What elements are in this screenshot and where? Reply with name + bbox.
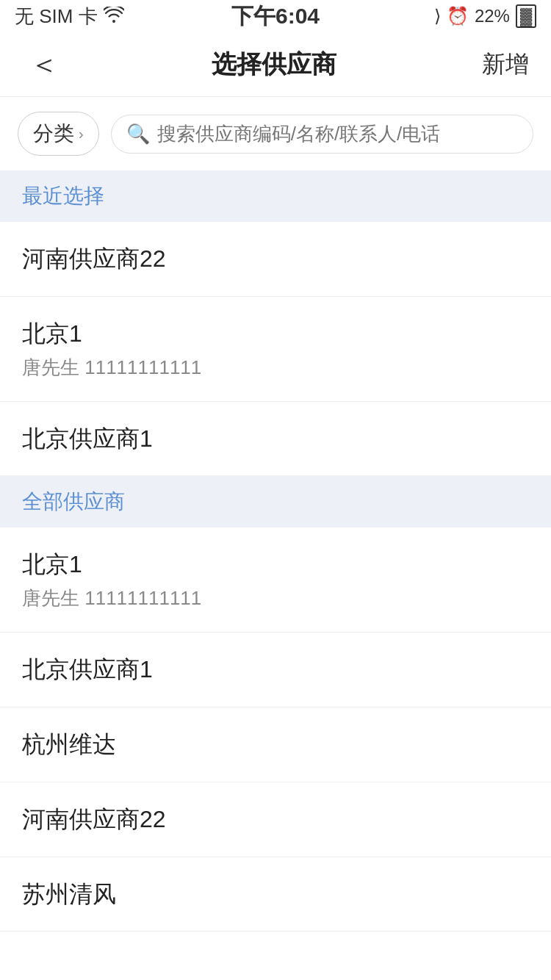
- battery-label: 22%: [475, 6, 510, 26]
- search-input[interactable]: [157, 123, 518, 145]
- recent-list-item[interactable]: 北京供应商1: [0, 402, 551, 477]
- chevron-right-icon: ›: [79, 126, 84, 143]
- status-bar: 无 SIM 卡 下午6:04 ⟩ ⏰ 22% ▓: [0, 0, 551, 32]
- battery-icon: ▓: [516, 4, 536, 28]
- recent-list: 河南供应商22北京1唐先生 11111111111北京供应商1: [0, 222, 551, 476]
- item-sub: 唐先生 11111111111: [22, 355, 529, 381]
- carrier-label: 无 SIM 卡: [15, 4, 98, 29]
- item-name: 北京1: [22, 317, 529, 350]
- all-list-item[interactable]: 河南供应商22: [0, 782, 551, 857]
- location-icon: ⟩: [434, 6, 441, 26]
- item-name: 北京供应商1: [22, 653, 529, 686]
- item-name: 杭州维达: [22, 728, 529, 761]
- all-list-item[interactable]: 北京供应商1: [0, 633, 551, 707]
- nav-bar: ＜ 选择供应商 新增: [0, 32, 551, 97]
- category-label: 分类: [33, 120, 74, 148]
- back-button[interactable]: ＜: [22, 37, 66, 92]
- all-list-item[interactable]: 北京1唐先生 11111111111: [0, 527, 551, 633]
- item-name: 苏州清风: [22, 878, 529, 911]
- item-name: 北京供应商1: [22, 422, 529, 455]
- all-list: 北京1唐先生 11111111111北京供应商1杭州维达河南供应商22苏州清风: [0, 527, 551, 932]
- all-section-header: 全部供应商: [0, 476, 551, 527]
- all-list-item[interactable]: 杭州维达: [0, 707, 551, 782]
- item-name: 河南供应商22: [22, 803, 529, 836]
- page-title: 选择供应商: [212, 48, 336, 82]
- status-left: 无 SIM 卡: [15, 4, 124, 29]
- status-right: ⟩ ⏰ 22% ▓: [434, 4, 536, 28]
- search-box: 🔍: [111, 115, 533, 154]
- item-name: 河南供应商22: [22, 242, 529, 275]
- wifi-icon: [104, 5, 124, 28]
- category-button[interactable]: 分类 ›: [18, 112, 99, 156]
- add-button[interactable]: 新增: [482, 48, 529, 81]
- recent-list-item[interactable]: 河南供应商22: [0, 222, 551, 297]
- recent-section-header: 最近选择: [0, 170, 551, 222]
- status-time: 下午6:04: [231, 1, 320, 32]
- alarm-icon: ⏰: [447, 6, 469, 26]
- search-icon: 🔍: [126, 123, 150, 145]
- item-name: 北京1: [22, 548, 529, 581]
- item-sub: 唐先生 11111111111: [22, 586, 529, 611]
- filter-bar: 分类 › 🔍: [0, 97, 551, 170]
- all-list-item[interactable]: 苏州清风: [0, 857, 551, 932]
- recent-list-item[interactable]: 北京1唐先生 11111111111: [0, 297, 551, 402]
